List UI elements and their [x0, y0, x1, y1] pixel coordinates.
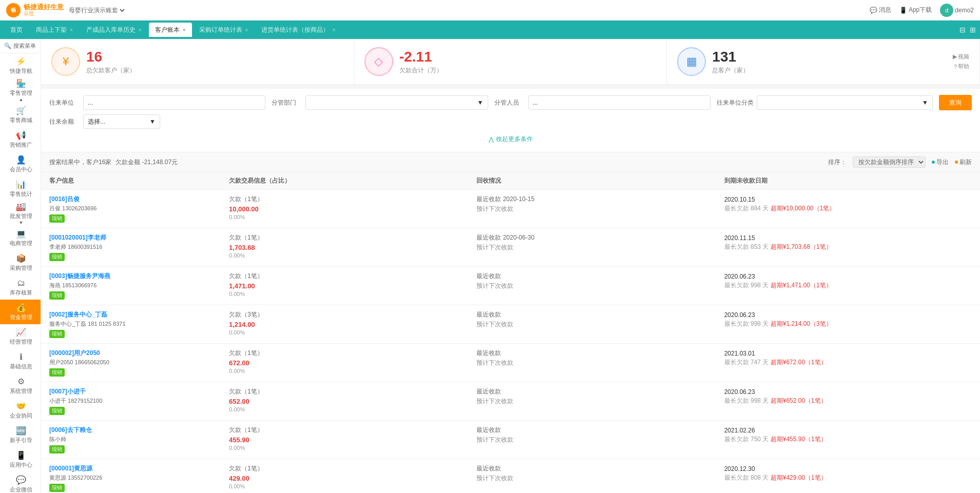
sidebar-item-member[interactable]: 👤 会员中心	[0, 152, 41, 176]
debt-amount-5: 652.00	[229, 398, 476, 405]
overdue-info-2: 2020.06.23 最长欠款 998 天 超期¥1,471.00（1笔）	[724, 272, 972, 290]
customer-id-link-1[interactable]: [0001020001]李老师	[49, 234, 106, 241]
unit-class-arrow: ▼	[922, 99, 928, 106]
return-next-6: 预计下次收款	[476, 436, 724, 444]
sidebar-item-finance[interactable]: 💰 资金管理	[0, 300, 41, 324]
sidebar-item-quick-nav[interactable]: ⚡ 快捷导航	[0, 53, 41, 78]
sidebar-item-system[interactable]: ⚙ 系统管理	[0, 373, 41, 398]
balance-select[interactable]: 选择... ▼	[83, 114, 160, 129]
tab-customer-account[interactable]: 客户账本 ×	[149, 23, 192, 37]
result-bar: 搜索结果中，客户16家 欠款金额 -21,148.07元 排序： 按欠款金额倒序…	[41, 152, 980, 172]
sidebar-item-purchase[interactable]: 📦 采购管理	[0, 250, 41, 275]
overdue-info-6: 2021.02.26 最长欠款 750 天 超期¥455.90（1笔）	[724, 426, 972, 444]
query-button[interactable]: 查询	[939, 95, 972, 110]
stat-info-total: 131 总客户（家）	[712, 49, 749, 75]
unit-class-select[interactable]: ▼	[757, 95, 933, 110]
customer-id-link-7[interactable]: [000001]黄思源	[49, 465, 92, 472]
debt-count-0: 欠款（1笔）	[229, 195, 476, 204]
app-download-btn[interactable]: 📱 App下载	[899, 6, 932, 14]
dept-arrow: ▼	[477, 99, 484, 106]
debt-info-5: 欠款（1笔） 652.00 0.00%	[229, 387, 476, 412]
refresh-btn[interactable]: 刷新	[955, 158, 972, 167]
tag-xian-5: 现销	[49, 407, 65, 415]
tab-goods[interactable]: 商品上下架 ×	[30, 23, 79, 37]
tab-home[interactable]: 首页	[4, 23, 29, 37]
filter-balance: 往来余额 选择... ▼	[49, 114, 214, 129]
close-tab-goods[interactable]: ×	[70, 27, 73, 33]
sidebar-item-ecommerce[interactable]: 💻 电商管理	[0, 226, 41, 250]
customer-info-1: [0001020001]李老师 李老师 18600391516 现销	[49, 233, 229, 261]
customer-id-link-3[interactable]: [0002]服务中心_丁磊	[49, 311, 107, 318]
close-tab-inbound[interactable]: ×	[332, 27, 335, 33]
video-btn[interactable]: ▶ 视频	[953, 53, 969, 61]
brand-sub: 示范	[24, 11, 64, 17]
dept-select[interactable]: ▼	[305, 95, 488, 110]
sidebar-item-basic-info[interactable]: ℹ 基础信息	[0, 349, 41, 373]
sidebar-item-retail-mall[interactable]: 🛒 零售商城	[0, 103, 41, 127]
table-row: [0003]畅捷服务尹海燕 海燕 18513066976 现销 欠款（1笔） 1…	[41, 267, 980, 305]
help-btn[interactable]: ? 帮助	[954, 63, 969, 70]
sidebar-item-enterprise-collab[interactable]: 🤝 企业协同	[0, 398, 41, 423]
overdue-info-3: 2020.06.23 最长欠款 998 天 超期¥1,214.00（3笔）	[724, 310, 972, 328]
message-btn[interactable]: 💬 消息	[870, 6, 891, 14]
expand-icon[interactable]: ⊞	[970, 26, 976, 34]
customer-phone-4: 用户2050 18665062050	[49, 359, 229, 366]
unit-class-label: 往来单位分类	[717, 98, 754, 107]
customer-id-link-6[interactable]: [0006]去下粮仓	[49, 426, 92, 433]
debt-info-7: 欠款（1笔） 429.00 0.00%	[229, 464, 476, 489]
overdue-info-0: 2020.10.15 最长欠款 884 天 超期¥10,000.00（1笔）	[724, 195, 972, 213]
sidebar-item-wechat[interactable]: 💬 企业微信	[0, 472, 41, 493]
customer-id-link-4[interactable]: [000002]用户2050	[49, 349, 100, 357]
sidebar-item-business[interactable]: 📈 经营管理	[0, 324, 41, 349]
tab-production[interactable]: 产成品入库单历史 ×	[80, 23, 148, 37]
brand-logo: 畅	[6, 3, 21, 17]
source-unit-input[interactable]: ...	[83, 95, 265, 110]
message-icon: 💬	[870, 7, 877, 14]
sidebar-item-retail-stats[interactable]: 📊 零售统计	[0, 176, 41, 201]
return-next-7: 预计下次收款	[476, 474, 724, 483]
minimize-icon[interactable]: ⊟	[959, 26, 966, 34]
dept-label: 分管部门	[272, 98, 302, 107]
overdue-date-7: 2020.12.30	[724, 465, 972, 472]
sidebar-item-app-center[interactable]: 📱 应用中心	[0, 447, 41, 472]
wechat-icon: 💬	[16, 475, 26, 485]
overdue-date-0: 2020.10.15	[724, 196, 972, 203]
overdue-days-4: 最长欠款 747 天 超期¥672.00（1笔）	[724, 358, 972, 367]
customer-info-7: [000001]黄思源 黄思源 13552700226 现销	[49, 464, 229, 492]
overdue-info-1: 2020.11.15 最长欠款 853 天 超期¥1,703.68（1笔）	[724, 233, 972, 251]
stat-card-total-customers: ▦ 131 总客户（家） ▶ 视频 ? 帮助	[667, 39, 980, 84]
overdue-amount-6: 超期¥455.90（1笔）	[771, 436, 827, 443]
customer-id-link-2[interactable]: [0003]畅捷服务尹海燕	[49, 272, 110, 280]
col-header-return: 回收情况	[476, 176, 724, 185]
tab-purchase-order[interactable]: 采购订单统计表 ×	[193, 23, 255, 37]
user-avatar[interactable]: d demo2	[940, 4, 974, 17]
data-table: 客户信息 欠款交易信息（占比） 回收情况 到期未收款日期 [0016]吕俊 吕俊…	[41, 172, 980, 493]
close-tab-purchase[interactable]: ×	[245, 27, 248, 33]
tab-inbound-stats[interactable]: 进货单统计表（按商品） ×	[255, 23, 341, 37]
industry-select[interactable]: 母婴行业演示账套	[67, 6, 126, 14]
customer-info-3: [0002]服务中心_丁磊 服务中心_丁磊 181 0125 8371 现销	[49, 310, 229, 338]
sidebar-item-retail-mgmt[interactable]: 🏪 零售管理 ▲	[0, 78, 41, 103]
export-btn[interactable]: 导出	[932, 158, 949, 167]
customer-id-link-5[interactable]: [0007]小进千	[49, 388, 86, 395]
sidebar-item-guide[interactable]: 🆕 新手引导	[0, 423, 41, 447]
overdue-days-3: 最长欠款 998 天 超期¥1,214.00（3笔）	[724, 320, 972, 328]
collapse-button[interactable]: ⋀ 收起更多条件	[49, 133, 972, 146]
customer-id-link-0[interactable]: [0016]吕俊	[49, 195, 80, 203]
refresh-dot	[955, 161, 958, 164]
close-tab-customer[interactable]: ×	[183, 27, 186, 33]
sort-select[interactable]: 按欠款金额倒序排序	[853, 156, 926, 168]
debt-count-6: 欠款（1笔）	[229, 426, 476, 435]
table-header: 客户信息 欠款交易信息（占比） 回收情况 到期未收款日期	[41, 172, 980, 190]
manager-input[interactable]: ...	[528, 95, 710, 110]
overdue-amount-0: 超期¥10,000.00（1笔）	[771, 205, 836, 212]
close-tab-production[interactable]: ×	[139, 27, 142, 33]
debt-ratio-2: 0.00%	[229, 291, 476, 297]
sidebar-item-marketing[interactable]: 📢 营销推广	[0, 127, 41, 152]
return-info-3: 最近收款 预计下次收款	[476, 310, 724, 329]
sidebar-item-wholesale[interactable]: 🏭 批发管理 ▼	[0, 201, 41, 226]
search-menu[interactable]: 🔍 搜索菜单	[0, 39, 41, 53]
sidebar-item-inventory[interactable]: 🗂 库存核算	[0, 275, 41, 300]
debt-info-2: 欠款（1笔） 1,471.00 0.00%	[229, 272, 476, 297]
quick-nav-icon: ⚡	[16, 56, 26, 66]
